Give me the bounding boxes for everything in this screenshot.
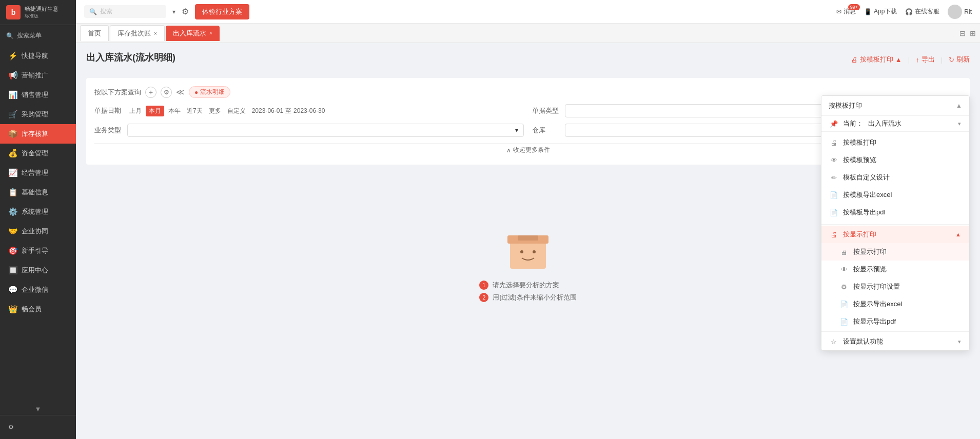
toolbar-divider-1: | [908, 56, 910, 64]
export-label: 导出 [922, 55, 935, 64]
header-dropdown[interactable]: ▾ [172, 8, 175, 15]
sidebar-scroll-down[interactable]: ▼ [0, 403, 76, 415]
last-month-btn[interactable]: 上月 [127, 106, 144, 116]
sidebar-item-marketing[interactable]: 📢 营销推广 [0, 66, 76, 85]
warehouse-label: 仓库 [532, 126, 561, 135]
minimize-icon[interactable]: ⊟ [959, 29, 966, 37]
search-menu-btn[interactable]: 🔍 搜索菜单 [6, 29, 70, 42]
display-section-chevron: ▲ [955, 231, 961, 237]
user-area[interactable]: Rit [948, 5, 972, 19]
inventory-icon: 📦 [8, 129, 17, 138]
display-print-icon: 🖨 [840, 248, 848, 256]
header-search-icon: 🔍 [89, 8, 97, 15]
print-template-btn[interactable]: 🖨 按模板打印 ▲ [851, 55, 902, 64]
tab-batch-ledger[interactable]: 库存批次账 × [110, 25, 165, 41]
design-icon: ✏ [830, 174, 838, 182]
filter-collapse-icon[interactable]: ≪ [176, 87, 185, 97]
print-section-divider [821, 224, 969, 225]
template-export-pdf-btn[interactable]: 📄 按模板导出pdf [821, 204, 969, 221]
sidebar-item-quick-nav[interactable]: ⚡ 快捷导航 [0, 46, 76, 66]
step-2-number: 2 [479, 293, 488, 302]
sidebar-item-appstore[interactable]: 🔲 应用中心 [0, 261, 76, 280]
biz-type-input[interactable]: ▾ [127, 124, 524, 137]
display-export-pdf-btn[interactable]: 📄 按显示导出pdf [821, 313, 969, 330]
filter-add-btn[interactable]: + [145, 87, 156, 98]
biz-type-field: 业务类型 ▾ [94, 124, 524, 137]
display-export-excel-btn[interactable]: 📄 按显示导出excel [821, 295, 969, 313]
doc-type-label: 单据类型 [532, 106, 561, 115]
current-label: 当前： [843, 119, 863, 128]
last-7days-btn[interactable]: 近7天 [185, 106, 205, 116]
refresh-icon: ↻ [949, 56, 954, 64]
tab-home[interactable]: 首页 [80, 25, 109, 41]
sidebar-item-member[interactable]: 👑 畅会员 [0, 300, 76, 319]
custom-btn[interactable]: 自定义 [225, 106, 248, 116]
sidebar-item-inventory[interactable]: 📦 库存核算 [0, 124, 76, 144]
toolbar-divider-2: | [941, 56, 943, 64]
export-btn[interactable]: ↑ 导出 [916, 55, 935, 64]
tab-inout-flow-label: 出入库流水 [173, 29, 206, 38]
phone-icon: 📱 [864, 8, 872, 15]
display-print-label: 按显示打印 [853, 247, 887, 256]
quick-nav-icon: ⚡ [8, 51, 17, 61]
excel-icon-2: 📄 [840, 301, 848, 308]
app-download-btn[interactable]: 📱 App下载 [864, 7, 897, 16]
display-export-excel-label: 按显示导出excel [853, 300, 902, 309]
template-design-label: 模板自定义设计 [843, 173, 890, 182]
app-logo-icon: b [6, 5, 21, 19]
template-export-excel-btn[interactable]: 📄 按模板导出excel [821, 186, 969, 204]
set-default-label: 设置默认功能 [843, 337, 883, 346]
date-from[interactable]: 2023-06-01 [252, 107, 283, 114]
current-chevron: ▾ [958, 121, 961, 127]
display-print-settings-btn[interactable]: ⚙ 按显示打印设置 [821, 278, 969, 295]
export-icon: ↑ [916, 56, 919, 64]
more-btn[interactable]: 更多 [207, 106, 223, 116]
excel-icon-1: 📄 [830, 191, 838, 199]
set-default-btn[interactable]: ☆ 设置默认功能 ▾ [821, 333, 969, 350]
sidebar-item-label: 企业协同 [22, 227, 48, 236]
refresh-label: 刷新 [956, 55, 970, 64]
tab-window-controls: ⊟ ⊞ [959, 29, 976, 37]
sidebar-item-collab[interactable]: 🤝 企业协同 [0, 222, 76, 241]
marketing-icon: 📢 [8, 71, 17, 80]
template-print-btn[interactable]: 🖨 按模板打印 [821, 134, 969, 151]
filter-tag-icon: ● [194, 89, 198, 96]
sidebar-item-guide[interactable]: 🎯 新手引导 [0, 241, 76, 261]
maximize-icon[interactable]: ⊞ [970, 29, 976, 37]
sidebar-item-wechat[interactable]: 💬 企业微信 [0, 280, 76, 300]
display-print-section-header[interactable]: 🖨 按显示打印 ▲ [821, 226, 969, 243]
sidebar-item-basic[interactable]: 📋 基础信息 [0, 183, 76, 202]
tab-inout-flow[interactable]: 出入库流水 × [166, 26, 220, 41]
empty-step-2: 2 用[过滤]条件来缩小分析范围 [479, 293, 576, 302]
filter-settings-btn[interactable]: ⚙ [161, 87, 172, 98]
tab-batch-ledger-close[interactable]: × [154, 31, 157, 36]
sidebar-item-operations[interactable]: 📈 经营管理 [0, 163, 76, 183]
template-design-btn[interactable]: ✏ 模板自定义设计 [821, 169, 969, 186]
sidebar-item-purchase[interactable]: 🛒 采购管理 [0, 105, 76, 124]
online-service-btn[interactable]: 🎧 在线客服 [905, 7, 939, 16]
tab-inout-flow-close[interactable]: × [209, 30, 212, 36]
this-month-btn[interactable]: 本月 [146, 106, 164, 116]
sidebar-item-label: 新手引导 [22, 246, 48, 255]
print-current-item[interactable]: 📌 当前： 出入库流水 ▾ [821, 116, 969, 132]
refresh-btn[interactable]: ↻ 刷新 [949, 55, 970, 64]
trial-btn[interactable]: 体验行业方案 [195, 4, 249, 19]
header-search-bar[interactable]: 🔍 搜索 [84, 5, 166, 18]
sidebar-item-finance[interactable]: 💰 资金管理 [0, 144, 76, 163]
header-gear-icon[interactable]: ⚙ [182, 7, 189, 16]
date-to[interactable]: 2023-06-30 [293, 107, 325, 114]
sidebar-logo: b 畅捷通好生意 标准版 [0, 0, 76, 25]
display-print-btn[interactable]: 🖨 按显示打印 [821, 243, 969, 261]
display-print-sub-items: 🖨 按显示打印 👁 按显示预览 ⚙ 按显示打印设置 📄 按显示导出excel [821, 243, 969, 330]
template-preview-btn[interactable]: 👁 按模板预览 [821, 151, 969, 169]
display-preview-btn[interactable]: 👁 按显示预览 [821, 261, 969, 278]
message-btn[interactable]: ✉ 消息 99+ [836, 7, 856, 16]
page-content: 出入库流水(流水明细) 🖨 按模板打印 ▲ | ↑ 导出 | [76, 43, 980, 439]
this-year-btn[interactable]: 本年 [166, 106, 183, 116]
sidebar-item-sales[interactable]: 📊 销售管理 [0, 85, 76, 105]
sidebar-settings-btn[interactable]: ⚙ [0, 420, 76, 435]
member-icon: 👑 [8, 305, 17, 314]
print-dropdown-chevron[interactable]: ▲ [956, 102, 962, 109]
sidebar-item-system[interactable]: ⚙️ 系统管理 [0, 202, 76, 222]
sidebar-item-label: 畅会员 [22, 305, 42, 314]
